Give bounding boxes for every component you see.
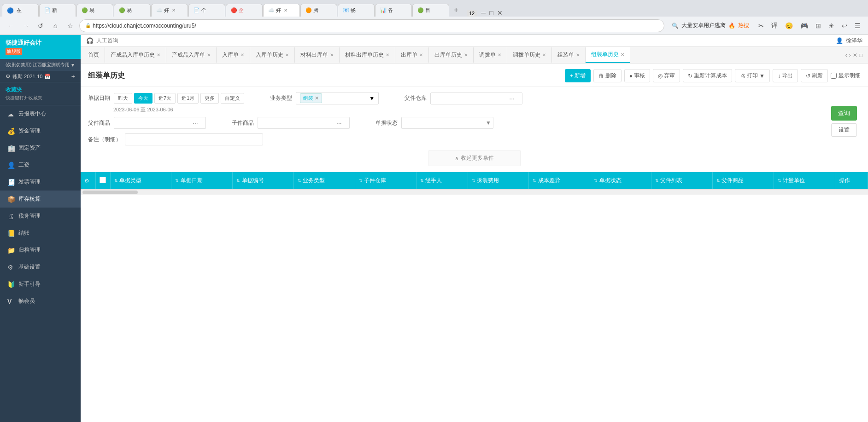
tab-close-8[interactable]: ✕	[464, 52, 468, 58]
browser-tab-2[interactable]: 📄 新	[39, 4, 76, 17]
browser-tab-9[interactable]: 🟠 腾	[300, 4, 337, 17]
page-tab-transfer-history[interactable]: 调拨单历史 ✕	[507, 47, 552, 63]
browser-tab-3[interactable]: 🟢 易	[76, 4, 113, 17]
browser-tab-10[interactable]: 📧 畅	[338, 4, 375, 17]
back-button[interactable]: ←	[6, 20, 17, 31]
audit-button[interactable]: ● 审核	[624, 69, 650, 82]
scroll-thumb[interactable]	[82, 191, 138, 194]
date-btn-7days[interactable]: 近7天	[154, 93, 176, 104]
child-goods-more[interactable]: ···	[336, 119, 342, 127]
page-tab-in-history[interactable]: 入库单历史 ✕	[250, 47, 295, 63]
page-tab-out-history[interactable]: 出库单历史 ✕	[429, 47, 474, 63]
date-btn-1month[interactable]: 近1月	[177, 93, 199, 104]
settings-icon[interactable]: ⚙	[6, 73, 11, 80]
select-all-checkbox[interactable]	[100, 177, 106, 183]
refresh-button[interactable]: ↺ 刷新	[801, 69, 828, 82]
grid-icon[interactable]: ⊞	[814, 21, 823, 30]
page-tab-assembly-history[interactable]: 组装单历史 ✕	[586, 47, 630, 63]
parent-goods-input[interactable]	[116, 117, 193, 128]
tab-close-8[interactable]: ✕	[284, 8, 287, 13]
show-detail-input[interactable]	[831, 73, 837, 79]
page-tab-finished-goods-in[interactable]: 产成品入库单 ✕	[166, 47, 217, 63]
tab-close-4[interactable]: ✕	[285, 52, 289, 58]
panel-close[interactable]: ✕	[853, 52, 857, 58]
tab-close-1[interactable]: ✕	[157, 52, 160, 58]
sidebar-item-settings[interactable]: ⚙ 基础设置	[0, 259, 81, 276]
company-selector[interactable]: (勿删勿禁用) 江西服宝测试专用 ▼	[0, 59, 81, 71]
date-btn-custom[interactable]: 自定义	[221, 93, 244, 104]
sidebar-item-tax[interactable]: 🖨 税务管理	[0, 208, 81, 225]
th-business-type[interactable]: ⇅ 业务类型	[293, 172, 355, 189]
home-button[interactable]: ⌂	[50, 20, 61, 31]
panel-left-arrow[interactable]: ‹	[845, 52, 847, 58]
child-goods-input[interactable]	[260, 117, 336, 128]
browser-tab-11[interactable]: 📊 各	[375, 4, 412, 17]
calendar-icon[interactable]: 📅	[44, 74, 51, 80]
browser-tab-12[interactable]: 🟢 目	[412, 4, 449, 17]
maximize-button[interactable]: □	[489, 9, 493, 17]
abandon-button[interactable]: ◎ 弃审	[653, 69, 680, 82]
tab-close-5[interactable]: ✕	[172, 8, 176, 13]
print-button[interactable]: 🖨 打印 ▼	[735, 69, 770, 82]
page-tab-assembly[interactable]: 组装单 ✕	[552, 47, 586, 63]
th-bill-status[interactable]: ⇅ 单据状态	[590, 172, 651, 189]
remark-input[interactable]	[125, 133, 263, 145]
date-btn-yesterday[interactable]: 昨天	[114, 93, 132, 104]
panel-maximize[interactable]: □	[859, 52, 862, 58]
undo-icon[interactable]: ↩	[840, 21, 849, 30]
th-bill-date[interactable]: ⇅ 单据日期	[171, 172, 233, 189]
settings-filter-button[interactable]: 设置	[831, 123, 857, 137]
bill-status-dropdown[interactable]: ▼	[486, 120, 491, 126]
business-type-tag-close[interactable]: ✕	[315, 95, 319, 101]
th-bill-no[interactable]: ⇅ 单据编号	[233, 172, 294, 189]
page-tab-material-out-history[interactable]: 材料出库单历史 ✕	[340, 47, 395, 63]
th-child-warehouse[interactable]: ⇅ 子件仓库	[355, 172, 416, 189]
tab-close-3[interactable]: ✕	[240, 52, 244, 58]
browser-tab-5[interactable]: ☁️ 好 ✕	[151, 4, 188, 17]
sun-icon[interactable]: ☀	[827, 21, 836, 30]
delete-button[interactable]: 🗑 删除	[593, 69, 622, 82]
refresh-browser-button[interactable]: ↺	[35, 20, 46, 31]
query-button[interactable]: 查询	[831, 106, 857, 121]
sidebar-item-payroll[interactable]: 👤 工资	[0, 156, 81, 173]
tab-close-9[interactable]: ✕	[498, 52, 501, 58]
horizontal-scrollbar[interactable]	[81, 189, 868, 195]
sidebar-item-invoice[interactable]: 🧾 发票管理	[0, 173, 81, 191]
forward-button[interactable]: →	[20, 20, 31, 31]
parent-goods-more[interactable]: ···	[193, 119, 198, 127]
scissors-icon[interactable]: ✂	[757, 21, 766, 30]
page-tab-material-out[interactable]: 材料出库单 ✕	[295, 47, 340, 63]
page-tab-finished-goods-in-history[interactable]: 产成品入库单历史 ✕	[105, 47, 166, 63]
menu-icon[interactable]: ☰	[853, 21, 862, 30]
tab-close-11[interactable]: ✕	[576, 52, 580, 58]
tab-close-5[interactable]: ✕	[330, 52, 334, 58]
parent-warehouse-more[interactable]: ···	[509, 95, 515, 102]
close-button[interactable]: ✕	[497, 9, 503, 17]
date-btn-today[interactable]: 今天	[134, 93, 152, 104]
emoji-icon[interactable]: 😊	[783, 21, 795, 30]
collapse-button[interactable]: ∧ 收起更多条件	[428, 150, 521, 166]
minimize-button[interactable]: ─	[481, 9, 486, 17]
page-tab-home[interactable]: 首页	[82, 47, 105, 63]
th-handler[interactable]: ⇅ 经手人	[416, 172, 468, 189]
page-tab-out-order[interactable]: 出库单 ✕	[395, 47, 429, 63]
tab-close-12[interactable]: ✕	[621, 52, 624, 57]
date-btn-more[interactable]: 更多	[200, 93, 219, 104]
new-tab-button[interactable]: +	[450, 4, 463, 17]
sidebar-item-guide[interactable]: 🔰 新手引导	[0, 276, 81, 293]
page-tab-in-order[interactable]: 入库单 ✕	[217, 47, 250, 63]
browser-tab-6[interactable]: 📄 个	[188, 4, 225, 17]
th-unit[interactable]: ⇅ 计量单位	[774, 172, 835, 189]
export-button[interactable]: ↓ 导出	[773, 69, 798, 82]
plus-icon[interactable]: +	[71, 73, 75, 80]
browser-tab-8[interactable]: ☁️ 好 ✕	[263, 4, 300, 17]
sidebar-item-settle[interactable]: 📒 结账	[0, 225, 81, 242]
new-button[interactable]: + 新增	[565, 69, 591, 82]
th-settings[interactable]: ⚙	[81, 172, 95, 189]
th-bill-type[interactable]: ⇅ 单据类型	[110, 172, 171, 189]
parent-warehouse-input[interactable]	[433, 93, 509, 104]
bookmark-button[interactable]: ☆	[65, 20, 76, 31]
th-checkbox[interactable]	[95, 172, 110, 189]
tab-close-7[interactable]: ✕	[419, 52, 423, 58]
business-type-dropdown[interactable]: ▼	[369, 95, 375, 102]
